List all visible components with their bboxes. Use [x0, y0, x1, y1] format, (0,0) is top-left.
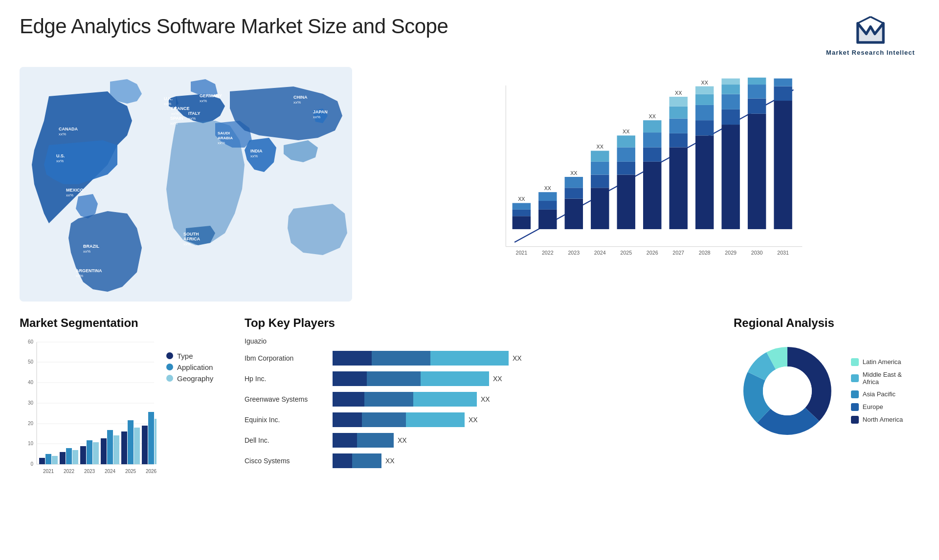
bar-2026: XX 2026 — [643, 113, 661, 256]
svg-rect-68 — [643, 162, 661, 229]
legend-dot-type — [166, 352, 173, 359]
player-bar — [333, 453, 381, 468]
svg-rect-77 — [669, 106, 687, 118]
svg-text:xx%: xx% — [83, 249, 90, 254]
svg-rect-97 — [748, 85, 766, 99]
players-list: Iguazio Ibm Corporation XX — [245, 337, 714, 468]
player-name: Hp Inc. — [245, 375, 328, 383]
svg-text:2023: 2023 — [568, 250, 580, 256]
svg-rect-90 — [721, 94, 739, 109]
svg-rect-102 — [774, 86, 792, 100]
legend-application: Application — [166, 363, 213, 371]
player-bar — [333, 433, 394, 448]
bar-seg1 — [333, 392, 364, 407]
bar-seg1 — [333, 453, 352, 468]
player-name: Cisco Systems — [245, 457, 328, 465]
svg-text:2031: 2031 — [777, 250, 789, 256]
legend-dot-geography — [166, 375, 173, 382]
svg-text:2024: 2024 — [105, 469, 116, 474]
svg-line-2 — [858, 17, 871, 23]
svg-text:30: 30 — [28, 400, 34, 406]
svg-rect-59 — [591, 151, 609, 161]
player-bar — [333, 371, 489, 386]
svg-rect-101 — [774, 101, 792, 229]
bar-2022: XX 2022 — [538, 185, 557, 256]
legend-label-geography: Geography — [177, 374, 213, 383]
bar-2024: XX 2024 — [591, 144, 609, 256]
player-xx: XX — [493, 375, 502, 383]
svg-text:XX: XX — [597, 144, 604, 150]
svg-rect-63 — [617, 162, 635, 175]
bar-seg3 — [413, 392, 477, 407]
player-row: Equinix Inc. XX — [245, 412, 714, 427]
svg-text:JAPAN: JAPAN — [313, 109, 328, 114]
player-name: Ibm Corporation — [245, 354, 328, 362]
legend-asia-pacific: Asia Pacific — [851, 390, 919, 398]
svg-text:60: 60 — [28, 339, 34, 345]
svg-rect-51 — [565, 198, 583, 229]
svg-text:ITALY: ITALY — [188, 111, 201, 116]
svg-rect-121 — [39, 458, 45, 464]
svg-text:xx%: xx% — [171, 111, 179, 116]
svg-text:xx%: xx% — [76, 274, 83, 278]
player-bar — [333, 351, 509, 366]
player-name: Dell Inc. — [245, 436, 328, 444]
legend-type: Type — [166, 352, 213, 360]
svg-point-150 — [763, 366, 812, 415]
svg-text:2027: 2027 — [672, 250, 684, 256]
key-players-title: Top Key Players — [245, 316, 714, 330]
svg-rect-122 — [45, 454, 51, 464]
svg-text:CHINA: CHINA — [293, 95, 308, 100]
bar-seg3 — [421, 371, 489, 386]
svg-text:XX: XX — [544, 185, 551, 191]
svg-rect-84 — [695, 94, 714, 105]
svg-text:2026: 2026 — [146, 469, 156, 474]
bar-seg1 — [333, 412, 362, 427]
player-xx: XX — [481, 395, 490, 403]
svg-rect-138 — [155, 419, 156, 464]
bar-seg2 — [364, 392, 413, 407]
svg-rect-92 — [721, 78, 739, 84]
svg-text:AFRICA: AFRICA — [183, 237, 200, 241]
svg-rect-134 — [128, 420, 134, 464]
player-bar — [333, 392, 477, 407]
legend-label-mea: Middle East & Africa — [863, 371, 919, 386]
logo-area: Market Research Intellect — [822, 15, 919, 57]
svg-rect-41 — [513, 216, 531, 229]
svg-text:ARGENTINA: ARGENTINA — [76, 268, 102, 273]
bar-seg2 — [352, 453, 381, 468]
svg-text:2029: 2029 — [725, 250, 737, 256]
logo-text: Market Research Intellect — [826, 49, 915, 57]
bar-seg3 — [430, 351, 509, 366]
svg-text:xx%: xx% — [200, 99, 207, 103]
legend-north-america: North America — [851, 416, 919, 424]
bar-2025: XX 2025 — [617, 129, 635, 256]
legend-color-latin — [851, 358, 859, 366]
svg-rect-71 — [643, 120, 661, 132]
regional-container: Regional Analysis — [734, 316, 919, 560]
svg-text:2024: 2024 — [594, 250, 606, 256]
player-bar-wrap: XX — [333, 371, 714, 386]
svg-rect-69 — [643, 147, 661, 161]
svg-rect-43 — [513, 203, 531, 209]
legend-label-apac: Asia Pacific — [863, 390, 895, 398]
legend-color-apac — [851, 390, 859, 398]
player-bar-wrap: XX — [333, 433, 714, 448]
svg-text:10: 10 — [28, 441, 34, 446]
player-row: Greenwave Systems XX — [245, 392, 714, 407]
bar-2030: XX 2030 — [748, 77, 766, 256]
svg-text:xx%: xx% — [188, 116, 196, 121]
svg-rect-65 — [617, 135, 635, 147]
svg-rect-130 — [101, 438, 107, 464]
svg-rect-129 — [93, 442, 99, 464]
svg-text:xx%: xx% — [293, 100, 301, 105]
svg-text:xx%: xx% — [183, 242, 191, 246]
svg-rect-125 — [66, 448, 72, 464]
svg-rect-75 — [669, 133, 687, 148]
page-container: Edge Analytics Software Market Size and … — [0, 0, 939, 560]
svg-rect-48 — [538, 192, 557, 201]
svg-text:U.K.: U.K. — [164, 96, 173, 101]
map-container: CANADA xx% U.S. xx% MEXICO xx% BRAZIL xx… — [20, 67, 352, 302]
svg-text:INDIA: INDIA — [250, 149, 263, 153]
svg-text:20: 20 — [28, 421, 34, 426]
